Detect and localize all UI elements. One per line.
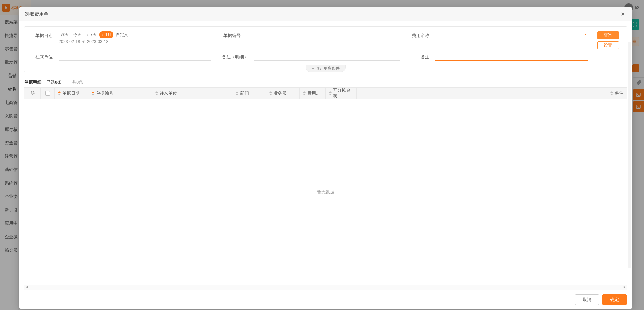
table-header: 单据日期 单据编号 往来单位 部门 业务员 费用... 可分摊金额 备注: [24, 88, 627, 99]
total-count: 共0条: [72, 80, 83, 85]
filter-party: 往来单位 ···: [33, 53, 211, 63]
col-unit[interactable]: 往来单位: [152, 88, 232, 99]
filter-fee-name: 费用名称 ···: [409, 31, 588, 49]
filter-party-label: 往来单位: [33, 53, 59, 60]
col-dept[interactable]: 部门: [232, 88, 266, 99]
col-remark[interactable]: 备注: [357, 88, 627, 99]
preset-today[interactable]: 今天: [71, 31, 84, 38]
sort-icon: [269, 91, 272, 95]
sort-icon: [236, 91, 238, 95]
chevron-up-icon: [312, 68, 314, 69]
col-date[interactable]: 单据日期: [55, 88, 88, 99]
sort-icon: [610, 91, 613, 95]
settings-button[interactable]: 设置: [597, 41, 619, 49]
filter-date: 单据日期 昨天 今天 近7天 近1月 自定义 2023-02-18 至 20: [33, 31, 211, 49]
close-icon[interactable]: ✕: [619, 10, 627, 18]
list-heading: 单据明细 已选0条 | 共0条: [24, 79, 627, 85]
filter-fee-name-label: 费用名称: [409, 31, 435, 39]
party-picker-icon[interactable]: ···: [207, 53, 211, 58]
filter-buttons: 查询 设置: [597, 31, 619, 49]
table: 单据日期 单据编号 往来单位 部门 业务员 费用... 可分摊金额 备注 暂无数…: [24, 87, 627, 290]
modal-title: 选取费用单: [25, 11, 48, 17]
filter-detail-remark-label: 备注（明细）: [221, 53, 254, 60]
filter-code-label: 单据编号: [221, 31, 247, 39]
filter-date-label: 单据日期: [33, 31, 59, 39]
column-settings[interactable]: [24, 88, 41, 99]
checkbox-icon: [45, 91, 50, 96]
detail-remark-input[interactable]: [254, 53, 399, 61]
preset-yesterday[interactable]: 昨天: [59, 31, 71, 38]
preset-last7[interactable]: 近7天: [84, 31, 99, 38]
preset-last1m[interactable]: 近1月: [99, 31, 114, 38]
col-amt[interactable]: 可分摊金额: [326, 88, 357, 99]
cancel-button[interactable]: 取消: [575, 294, 599, 305]
col-biz[interactable]: 业务员: [266, 88, 300, 99]
modal-body: 单据日期 昨天 今天 近7天 近1月 自定义 2023-02-18 至 20: [19, 21, 632, 290]
sort-icon: [92, 91, 94, 95]
party-input[interactable]: [59, 53, 211, 61]
modal-footer: 取消 确定: [19, 290, 632, 309]
collapse-label: 收起更多条件: [316, 66, 340, 71]
filter-detail-remark: 备注（明细）: [221, 53, 399, 63]
select-fee-modal: 选取费用单 ✕ 单据日期 昨天 今天 近7天 近1月 自定义: [19, 7, 632, 309]
select-all[interactable]: [41, 88, 55, 99]
query-button[interactable]: 查询: [597, 31, 619, 39]
col-code[interactable]: 单据编号: [88, 88, 152, 99]
filter-remark: 备注: [409, 53, 588, 63]
filter-remark-label: 备注: [409, 53, 435, 60]
table-body: 暂无数据: [24, 99, 627, 285]
filter-code: 单据编号: [221, 31, 399, 49]
selected-count: 已选0条: [46, 80, 62, 85]
filter-panel: 单据日期 昨天 今天 近7天 近1月 自定义 2023-02-18 至 20: [24, 26, 627, 72]
modal-header: 选取费用单 ✕: [19, 7, 632, 21]
fee-name-picker-icon[interactable]: ···: [583, 32, 588, 37]
gear-icon: [30, 90, 35, 96]
sort-icon: [329, 91, 331, 95]
sort-icon: [155, 91, 158, 95]
code-input[interactable]: [247, 31, 399, 39]
svg-point-3: [32, 92, 33, 93]
horizontal-scrollbar[interactable]: [24, 285, 627, 290]
sort-icon: [58, 91, 61, 95]
sort-icon: [303, 91, 306, 95]
date-range-text: 2023-02-18 至 2023-03-18: [59, 39, 211, 45]
preset-custom[interactable]: 自定义: [114, 31, 130, 38]
fee-name-input[interactable]: [435, 31, 588, 39]
modal-vscroll[interactable]: [628, 42, 631, 268]
ok-button[interactable]: 确定: [602, 294, 627, 305]
empty-text: 暂无数据: [317, 189, 334, 195]
collapse-filters[interactable]: 收起更多条件: [306, 65, 346, 72]
remark-input[interactable]: [435, 53, 588, 61]
date-presets: 昨天 今天 近7天 近1月 自定义: [59, 31, 211, 38]
col-fee[interactable]: 费用...: [300, 88, 326, 99]
list-title: 单据明细: [24, 79, 42, 85]
